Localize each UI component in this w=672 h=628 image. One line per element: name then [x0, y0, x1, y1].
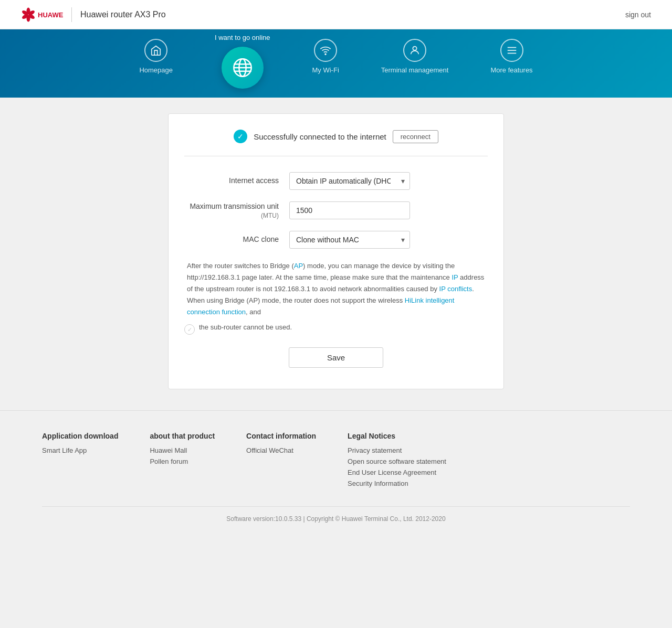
- huawei-logo-svg: HUAWEI: [21, 7, 63, 22]
- mtu-label: Maximum transmission unit: [184, 201, 279, 212]
- footer-col2-title: about that product: [150, 432, 215, 440]
- nav-active-label: I want to go online: [215, 34, 270, 41]
- footer-link-wechat[interactable]: Official WeChat: [246, 446, 316, 454]
- ap-link[interactable]: AP: [294, 262, 303, 270]
- svg-point-13: [413, 47, 416, 50]
- footer-col4-title: Legal Notices: [348, 432, 446, 440]
- sign-out-link[interactable]: sign out: [625, 10, 651, 19]
- logo-area: HUAWEI: [21, 7, 63, 22]
- main-content: ✓ Successfully connected to the internet…: [0, 98, 672, 410]
- nav-item-terminal[interactable]: Terminal management: [381, 39, 449, 74]
- hilink-link[interactable]: HiLink intelligent connection function: [187, 296, 454, 316]
- notice-sub-text: the sub-router cannot be used.: [199, 323, 292, 331]
- mac-clone-select[interactable]: Clone without MAC Clone MAC: [289, 231, 410, 249]
- footer-col-contact: Contact information Official WeChat: [246, 432, 316, 491]
- header-divider: [71, 7, 72, 22]
- footer-link-mall[interactable]: Huawei Mall: [150, 446, 215, 454]
- settings-card: ✓ Successfully connected to the internet…: [168, 113, 504, 389]
- footer-col-product: about that product Huawei Mall Pollen fo…: [150, 432, 215, 491]
- footer-link-privacy[interactable]: Privacy statement: [348, 446, 446, 454]
- footer-link-eula[interactable]: End User License Agreement: [348, 469, 446, 476]
- footer-col-legal: Legal Notices Privacy statement Open sou…: [348, 432, 446, 491]
- ip-link[interactable]: IP: [452, 273, 458, 281]
- nav-item-wifi[interactable]: My Wi-Fi: [312, 39, 339, 74]
- footer-col-download: Application download Smart Life App: [42, 432, 118, 491]
- footer-link-smart-life[interactable]: Smart Life App: [42, 446, 118, 454]
- header: HUAWEI Huawei router AX3 Pro sign out: [0, 0, 672, 29]
- footer-link-opensource[interactable]: Open source software statement: [348, 457, 446, 465]
- footer-col1-title: Application download: [42, 432, 118, 440]
- mtu-row: Maximum transmission unit (MTU): [184, 201, 488, 219]
- nav-label-homepage: Homepage: [139, 66, 173, 74]
- mac-clone-label: MAC clone: [184, 235, 289, 245]
- nav-item-go-online[interactable]: I want to go online: [215, 34, 270, 89]
- nav-label-terminal: Terminal management: [381, 66, 449, 74]
- reconnect-button[interactable]: reconnect: [393, 130, 438, 143]
- nav-item-homepage[interactable]: Homepage: [139, 39, 173, 74]
- ip-conflicts-link[interactable]: IP conflicts: [439, 285, 472, 293]
- footer-copyright: Software version:10.0.5.33 | Copyright ©…: [42, 506, 630, 523]
- notice-text: After the router switches to Bridge (AP)…: [184, 260, 488, 318]
- footer-link-pollen[interactable]: Pollen forum: [150, 457, 215, 465]
- globe-icon: [222, 47, 264, 89]
- footer: Application download Smart Life App abou…: [0, 410, 672, 533]
- mtu-control: [289, 201, 410, 219]
- footer-col3-title: Contact information: [246, 432, 316, 440]
- svg-text:HUAWEI: HUAWEI: [38, 11, 63, 19]
- menu-icon: [500, 39, 523, 62]
- footer-link-security[interactable]: Security Information: [348, 480, 446, 487]
- nav-label-more: More features: [490, 66, 532, 74]
- home-icon: [144, 39, 167, 62]
- mac-clone-control: Clone without MAC Clone MAC ▾: [289, 231, 410, 249]
- internet-access-row: Internet access Obtain IP automatically …: [184, 172, 488, 190]
- internet-access-control: Obtain IP automatically (DHCP) PPPoE Sta…: [289, 172, 410, 190]
- internet-access-label: Internet access: [184, 176, 289, 186]
- wifi-icon: [314, 39, 337, 62]
- mtu-input[interactable]: [289, 201, 410, 219]
- copyright-text: Software version:10.0.5.33 | Copyright ©…: [226, 515, 445, 523]
- main-nav: Homepage I want to go online: [0, 29, 672, 98]
- mac-clone-row: MAC clone Clone without MAC Clone MAC ▾: [184, 231, 488, 249]
- mtu-sub-label: (MTU): [184, 212, 279, 219]
- notice-checkbox[interactable]: ✓: [184, 324, 195, 335]
- svg-point-12: [325, 54, 326, 55]
- header-product-name: Huawei router AX3 Pro: [80, 10, 166, 19]
- nav-item-more[interactable]: More features: [490, 39, 532, 74]
- nav-items: Homepage I want to go online: [0, 29, 672, 94]
- nav-label-wifi: My Wi-Fi: [312, 66, 339, 74]
- user-icon: [403, 39, 426, 62]
- notice-checkbox-row: ✓ the sub-router cannot be used.: [184, 323, 488, 335]
- success-check-icon: ✓: [234, 130, 247, 143]
- footer-columns: Application download Smart Life App abou…: [42, 432, 630, 491]
- internet-access-select[interactable]: Obtain IP automatically (DHCP) PPPoE Sta…: [289, 172, 410, 190]
- success-bar: ✓ Successfully connected to the internet…: [184, 130, 488, 156]
- success-text: Successfully connected to the internet: [254, 132, 386, 141]
- save-button[interactable]: Save: [289, 347, 383, 368]
